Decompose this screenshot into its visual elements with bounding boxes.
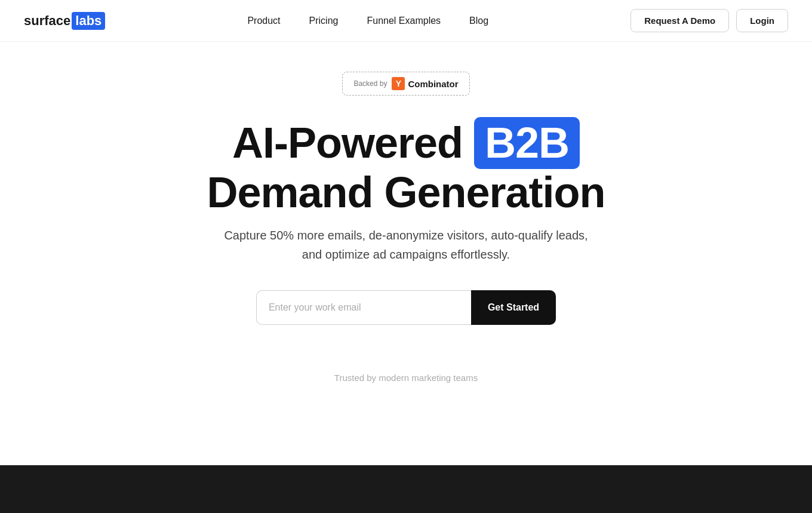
nav-funnel-examples[interactable]: Funnel Examples [355, 11, 453, 31]
yc-badge: Backed by Y Combinator [342, 72, 469, 96]
logo[interactable]: surfacelabs [24, 12, 105, 30]
yc-backed-text: Backed by [353, 79, 387, 88]
headline-line2: Demand Generation [207, 169, 605, 216]
nav-product[interactable]: Product [235, 11, 292, 31]
yc-logo: Y Combinator [392, 77, 458, 90]
main-headline: AI-Powered B2B Demand Generation [207, 117, 605, 216]
request-demo-button[interactable]: Request A Demo [630, 9, 729, 32]
navbar-right: Request A Demo Login [630, 9, 788, 32]
login-button[interactable]: Login [736, 9, 788, 32]
get-started-button[interactable]: Get Started [471, 290, 556, 325]
yc-combinator-text: Combinator [408, 79, 458, 89]
nav-blog[interactable]: Blog [457, 11, 500, 31]
navbar-center: Product Pricing Funnel Examples Blog [235, 11, 500, 31]
logo-surface-text: surface [24, 13, 70, 29]
subheadline: Capture 50% more emails, de-anonymize vi… [221, 226, 591, 264]
headline-ai-powered: AI-Powered [232, 119, 463, 167]
dark-footer-strip [0, 465, 812, 513]
nav-pricing[interactable]: Pricing [297, 11, 350, 31]
logo-labs-text: labs [72, 12, 105, 30]
page-wrapper: surfacelabs Product Pricing Funnel Examp… [0, 0, 812, 513]
hero-section: Backed by Y Combinator AI-Powered B2B De… [0, 42, 812, 407]
trusted-text: Trusted by modern marketing teams [334, 373, 478, 383]
email-input[interactable] [256, 290, 471, 325]
yc-y-letter: Y [392, 77, 405, 90]
headline-line1: AI-Powered B2B [207, 117, 605, 169]
headline-b2b: B2B [474, 117, 580, 169]
navbar-left: surfacelabs [24, 12, 105, 30]
navbar: surfacelabs Product Pricing Funnel Examp… [0, 0, 812, 42]
cta-row: Get Started [256, 290, 556, 325]
